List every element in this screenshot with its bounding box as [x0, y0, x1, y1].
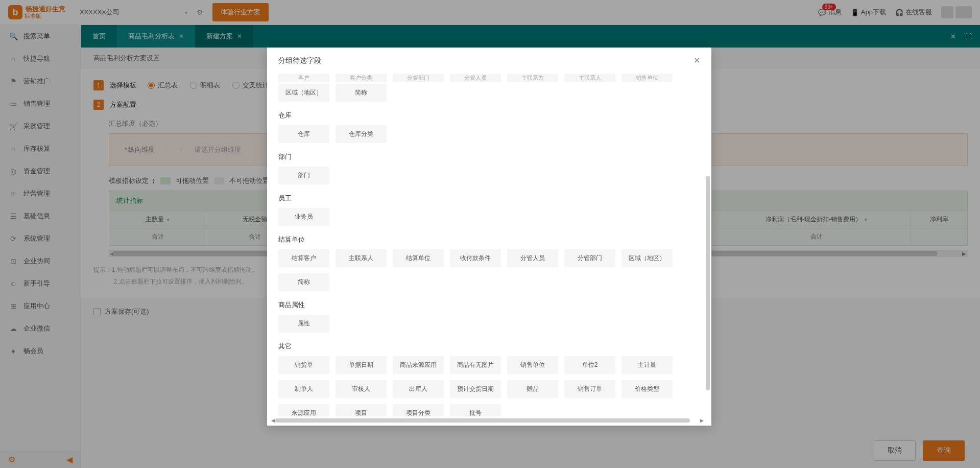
- field-chip[interactable]: 简称: [278, 273, 329, 291]
- group-title: 结算单位: [278, 235, 705, 244]
- field-chip[interactable]: 赠品: [507, 380, 558, 398]
- group-title: 部门: [278, 152, 705, 161]
- field-chip[interactable]: 出库人: [393, 380, 444, 398]
- chip-row: 属性: [278, 315, 705, 333]
- field-chip[interactable]: 销货单: [278, 356, 329, 374]
- modal-scroll-area[interactable]: 客户客户分类分管部门分管人员主联系方主联系人销售单位 区域（地区）简称 仓库 仓…: [278, 74, 705, 416]
- field-chip[interactable]: 结算单位: [393, 249, 444, 267]
- group-title: 员工: [278, 194, 705, 203]
- field-chip[interactable]: 客户: [278, 74, 329, 82]
- field-chip[interactable]: 仓库: [278, 125, 329, 143]
- group-title: 仓库: [278, 111, 705, 120]
- field-chip[interactable]: 分管人员: [450, 74, 501, 82]
- group-title: 商品属性: [278, 300, 705, 310]
- scroll-thumb[interactable]: [706, 176, 710, 390]
- field-chip[interactable]: 属性: [278, 315, 329, 333]
- field-chip[interactable]: 来源应用: [278, 404, 329, 416]
- field-chip[interactable]: 简称: [336, 84, 387, 102]
- group-title: 其它: [278, 342, 705, 351]
- modal-header: 分组待选字段 ✕: [267, 48, 711, 74]
- modal-body: 客户客户分类分管部门分管人员主联系方主联系人销售单位 区域（地区）简称 仓库 仓…: [267, 74, 711, 426]
- field-chip[interactable]: 主计量: [622, 356, 673, 374]
- field-chip[interactable]: 主联系人: [336, 249, 387, 267]
- field-chip[interactable]: 结算客户: [278, 249, 329, 267]
- chip-row: 业务员: [278, 208, 705, 226]
- chip-row: 仓库仓库分类: [278, 125, 705, 143]
- field-chip[interactable]: 预计交货日期: [450, 380, 501, 398]
- field-chip[interactable]: 销售单位: [507, 356, 558, 374]
- field-chip[interactable]: 销售单位: [622, 74, 673, 82]
- field-chip[interactable]: 主联系方: [507, 74, 558, 82]
- scroll-right-icon[interactable]: ▶: [698, 417, 705, 424]
- field-chip[interactable]: 业务员: [278, 208, 329, 226]
- field-chip[interactable]: 批号: [450, 404, 501, 416]
- field-chip[interactable]: 单据日期: [336, 356, 387, 374]
- close-icon[interactable]: ✕: [694, 56, 700, 65]
- scroll-thumb[interactable]: [275, 418, 690, 423]
- field-chip[interactable]: 项目分类: [393, 404, 444, 416]
- truncated-row: 客户客户分类分管部门分管人员主联系方主联系人销售单位: [278, 74, 705, 82]
- field-selector-modal: 分组待选字段 ✕ 客户客户分类分管部门分管人员主联系方主联系人销售单位 区域（地…: [267, 48, 711, 426]
- field-chip[interactable]: 价格类型: [622, 380, 673, 398]
- field-chip[interactable]: 分管人员: [507, 249, 558, 267]
- field-chip[interactable]: 仓库分类: [336, 125, 387, 143]
- vertical-scrollbar[interactable]: [705, 74, 710, 416]
- field-chip[interactable]: 单位2: [564, 356, 615, 374]
- field-chip[interactable]: 审核人: [336, 380, 387, 398]
- modal-horizontal-scrollbar[interactable]: ◀ ▶: [269, 417, 705, 424]
- field-chip[interactable]: 收付款条件: [450, 249, 501, 267]
- field-chip[interactable]: 主联系人: [564, 74, 615, 82]
- modal-title: 分组待选字段: [278, 56, 321, 65]
- chip-row: 销货单单据日期商品来源应用商品有无图片销售单位单位2主计量制单人审核人出库人预计…: [278, 356, 705, 416]
- field-chip[interactable]: 区域（地区）: [278, 84, 329, 102]
- chip-row: 部门: [278, 167, 705, 184]
- field-chip[interactable]: 销售订单: [564, 380, 615, 398]
- chip-row: 结算客户主联系人结算单位收付款条件分管人员分管部门区域（地区）简称: [278, 249, 705, 291]
- field-chip[interactable]: 分管部门: [393, 74, 444, 82]
- field-chip[interactable]: 区域（地区）: [622, 249, 673, 267]
- chip-row: 区域（地区）简称: [278, 84, 705, 102]
- field-chip[interactable]: 商品来源应用: [393, 356, 444, 374]
- field-chip[interactable]: 项目: [336, 404, 387, 416]
- field-chip[interactable]: 制单人: [278, 380, 329, 398]
- field-chip[interactable]: 客户分类: [336, 74, 387, 82]
- field-chip[interactable]: 分管部门: [564, 249, 615, 267]
- field-chip[interactable]: 部门: [278, 167, 329, 184]
- field-chip[interactable]: 商品有无图片: [450, 356, 501, 374]
